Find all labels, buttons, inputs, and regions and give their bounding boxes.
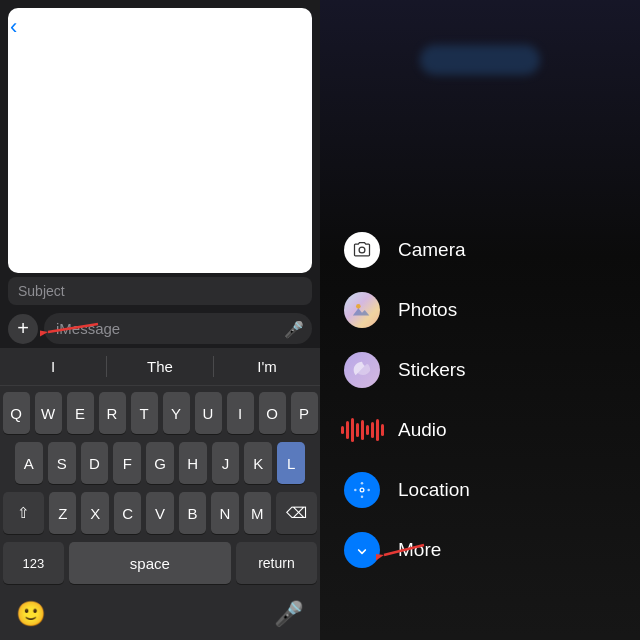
key-q[interactable]: Q <box>3 392 30 434</box>
key-row-2: A S D F G H J K L <box>3 442 317 484</box>
svg-point-8 <box>361 495 364 498</box>
audio-label: Audio <box>398 419 447 441</box>
more-label: More <box>398 539 441 561</box>
key-a[interactable]: A <box>15 442 43 484</box>
camera-icon <box>344 232 380 268</box>
suggestion-1[interactable]: I <box>0 356 107 377</box>
right-top-area <box>320 0 640 120</box>
suggestion-3[interactable]: I'm <box>214 356 320 377</box>
right-panel: Camera Photos Stickers <box>320 0 640 640</box>
imessage-input-wrapper: iMessage 🎤 <box>44 313 312 344</box>
keyboard-bottom-bar: 🙂 🎤 <box>0 592 320 640</box>
input-row: + iMessage 🎤 <box>8 313 312 344</box>
mic-button[interactable]: 🎤 <box>274 600 304 628</box>
message-area <box>8 8 312 273</box>
svg-point-10 <box>367 489 370 492</box>
numbers-key[interactable]: 123 <box>3 542 64 584</box>
key-u[interactable]: U <box>195 392 222 434</box>
svg-point-9 <box>354 489 357 492</box>
menu-list: Camera Photos Stickers <box>320 120 640 640</box>
key-m[interactable]: M <box>244 492 271 534</box>
svg-point-7 <box>361 482 364 485</box>
keyboard: Q W E R T Y U I O P A S D F G H J K L ⇧ … <box>0 386 320 592</box>
key-f[interactable]: F <box>113 442 141 484</box>
camera-label: Camera <box>398 239 466 261</box>
key-s[interactable]: S <box>48 442 76 484</box>
key-d[interactable]: D <box>81 442 109 484</box>
key-n[interactable]: N <box>211 492 238 534</box>
key-w[interactable]: W <box>35 392 62 434</box>
stickers-icon <box>344 352 380 388</box>
key-g[interactable]: G <box>146 442 174 484</box>
photos-icon <box>344 292 380 328</box>
plus-button[interactable]: + <box>8 314 38 344</box>
location-label: Location <box>398 479 470 501</box>
imessage-input[interactable]: iMessage <box>44 313 312 344</box>
menu-item-audio[interactable]: Audio <box>320 400 640 460</box>
location-icon <box>344 472 380 508</box>
menu-item-location[interactable]: Location <box>320 460 640 520</box>
key-l[interactable]: L <box>277 442 305 484</box>
subject-field[interactable]: Subject <box>8 277 312 305</box>
svg-point-3 <box>356 304 361 309</box>
key-x[interactable]: X <box>81 492 108 534</box>
emoji-button[interactable]: 🙂 <box>16 600 46 628</box>
return-key[interactable]: return <box>236 542 317 584</box>
key-v[interactable]: V <box>146 492 173 534</box>
svg-point-2 <box>359 247 365 253</box>
left-panel: ‹ Subject + iMessage 🎤 I The I'm Q <box>0 0 320 640</box>
more-icon <box>344 532 380 568</box>
suggestions-bar: I The I'm <box>0 348 320 386</box>
stickers-label: Stickers <box>398 359 466 381</box>
key-e[interactable]: E <box>67 392 94 434</box>
menu-item-photos[interactable]: Photos <box>320 280 640 340</box>
photos-label: Photos <box>398 299 457 321</box>
key-y[interactable]: Y <box>163 392 190 434</box>
key-j[interactable]: J <box>212 442 240 484</box>
delete-key[interactable]: ⌫ <box>276 492 317 534</box>
mic-input-icon[interactable]: 🎤 <box>284 319 304 338</box>
audio-waves <box>341 416 384 444</box>
menu-item-camera[interactable]: Camera <box>320 220 640 280</box>
key-row-4: 123 space return <box>3 542 317 584</box>
key-k[interactable]: K <box>244 442 272 484</box>
svg-point-13 <box>354 542 371 559</box>
key-b[interactable]: B <box>179 492 206 534</box>
audio-icon <box>344 412 380 448</box>
key-t[interactable]: T <box>131 392 158 434</box>
svg-point-6 <box>361 489 364 492</box>
key-r[interactable]: R <box>99 392 126 434</box>
menu-item-stickers[interactable]: Stickers <box>320 340 640 400</box>
key-z[interactable]: Z <box>49 492 76 534</box>
key-c[interactable]: C <box>114 492 141 534</box>
suggestion-2[interactable]: The <box>107 356 214 377</box>
shift-key[interactable]: ⇧ <box>3 492 44 534</box>
chat-preview-blur <box>420 45 540 75</box>
key-p[interactable]: P <box>291 392 318 434</box>
space-key[interactable]: space <box>69 542 231 584</box>
menu-item-more[interactable]: More <box>320 520 640 580</box>
key-i[interactable]: I <box>227 392 254 434</box>
key-h[interactable]: H <box>179 442 207 484</box>
back-button[interactable]: ‹ <box>10 14 17 40</box>
key-row-1: Q W E R T Y U I O P <box>3 392 317 434</box>
key-o[interactable]: O <box>259 392 286 434</box>
key-row-3: ⇧ Z X C V B N M ⌫ <box>3 492 317 534</box>
